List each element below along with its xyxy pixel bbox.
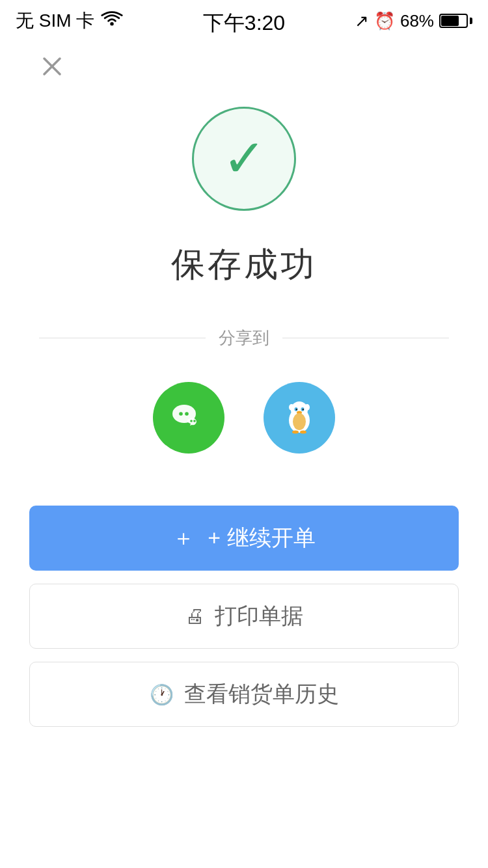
svg-point-16: [292, 431, 299, 434]
plus-icon: ＋: [172, 523, 195, 553]
print-button[interactable]: 🖨 打印单据: [29, 584, 459, 649]
wechat-icon: [168, 397, 210, 439]
svg-point-15: [293, 413, 306, 430]
success-icon-circle: ✓: [192, 107, 296, 211]
success-title: 保存成功: [171, 242, 317, 288]
svg-point-6: [190, 420, 193, 422]
svg-point-0: [111, 22, 114, 25]
svg-point-12: [296, 409, 297, 410]
svg-point-7: [193, 420, 196, 422]
battery-percentage: 68%: [400, 11, 434, 31]
print-icon: 🖨: [185, 605, 204, 627]
status-time: 下午3:20: [203, 9, 285, 38]
status-bar: 无 SIM 卡 下午3:20 ↗ ⏰ 68%: [0, 0, 488, 42]
share-divider: 分享到: [0, 327, 488, 349]
divider-line-right: [282, 338, 449, 338]
close-button[interactable]: [33, 47, 72, 86]
action-buttons: ＋ + 继续开单 🖨 打印单据 🕐 查看销货单历史: [29, 506, 459, 727]
wifi-icon: [101, 10, 123, 31]
divider-line-left: [39, 338, 206, 338]
svg-point-18: [289, 404, 294, 411]
battery-indicator: [439, 14, 472, 28]
alarm-icon: ⏰: [374, 11, 395, 31]
share-icons-row: [153, 382, 335, 454]
history-button[interactable]: 🕐 查看销货单历史: [29, 662, 459, 727]
print-label: 打印单据: [215, 601, 303, 631]
svg-point-5: [185, 412, 189, 416]
share-label: 分享到: [219, 327, 269, 349]
location-icon: ↗: [355, 11, 369, 31]
svg-point-17: [300, 431, 306, 434]
checkmark-icon: ✓: [223, 133, 266, 185]
history-label: 查看销货单历史: [184, 679, 339, 709]
continue-order-button[interactable]: ＋ + 继续开单: [29, 506, 459, 571]
carrier-text: 无 SIM 卡: [16, 8, 94, 33]
qq-icon: [278, 397, 320, 439]
qq-share-button[interactable]: [264, 382, 335, 454]
svg-point-19: [305, 404, 310, 411]
svg-point-4: [179, 412, 183, 416]
status-right: ↗ ⏰ 68%: [355, 11, 472, 31]
svg-point-13: [303, 409, 304, 410]
continue-order-label: + 继续开单: [208, 523, 315, 553]
history-icon: 🕐: [150, 683, 174, 706]
status-left: 无 SIM 卡: [16, 8, 123, 33]
wechat-share-button[interactable]: [153, 382, 224, 454]
main-content: ✓ 保存成功 分享到: [0, 42, 488, 727]
